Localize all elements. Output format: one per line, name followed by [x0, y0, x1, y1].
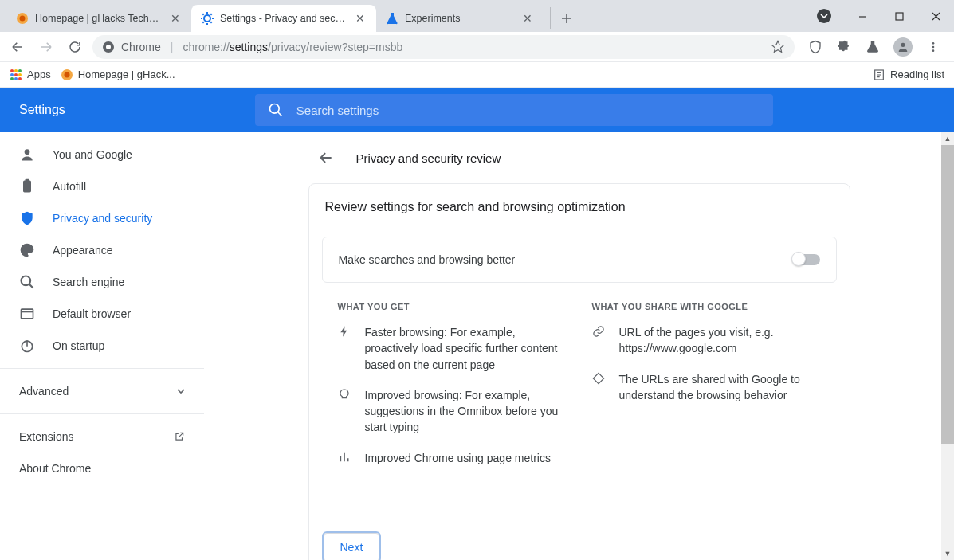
settings-main: Privacy and security review Review setti…: [204, 132, 954, 560]
list-item: The URLs are shared with Google to under…: [592, 371, 821, 404]
svg-rect-3: [896, 13, 903, 20]
maximize-button[interactable]: [881, 4, 917, 28]
sidebar-about[interactable]: About Chrome: [0, 452, 204, 484]
settings-search-box[interactable]: [255, 94, 773, 126]
svg-point-11: [14, 69, 18, 72]
page-back-button[interactable]: [312, 143, 340, 172]
browser-tab-ghacks[interactable]: Homepage | gHacks Technology ✕: [6, 5, 191, 32]
shield-icon: [19, 210, 35, 226]
sidebar-item-autofill[interactable]: Autofill: [0, 170, 204, 202]
profile-avatar[interactable]: [893, 37, 913, 57]
apps-grid-icon: [10, 69, 22, 81]
svg-point-15: [18, 73, 22, 76]
window-icon: [19, 306, 35, 322]
url-text: chrome://settings/privacy/review?step=ms…: [183, 41, 402, 53]
browser-tab-settings[interactable]: Settings - Privacy and security re ✕: [191, 5, 376, 32]
bookmarks-bar: Apps Homepage | gHack... Reading list: [0, 62, 954, 88]
settings-title: Settings: [19, 103, 65, 117]
list-item: Improved browsing: For example, suggesti…: [338, 387, 567, 436]
new-tab-button[interactable]: [550, 7, 572, 29]
close-icon[interactable]: ✕: [354, 12, 367, 25]
forward-button[interactable]: [35, 36, 57, 58]
scroll-thumb[interactable]: [941, 145, 954, 444]
bulb-icon: [338, 387, 354, 436]
search-icon: [19, 274, 35, 290]
window-titlebar: Homepage | gHacks Technology ✕ Settings …: [0, 0, 954, 32]
svg-point-20: [64, 72, 69, 77]
list-item: URL of the pages you visit, e.g. https:/…: [592, 324, 821, 357]
bookmark-item[interactable]: Homepage | gHack...: [61, 69, 175, 81]
svg-point-9: [932, 49, 935, 52]
close-window-button[interactable]: [917, 4, 954, 28]
toggle-switch[interactable]: [793, 254, 820, 265]
extensions-icon[interactable]: [836, 39, 852, 55]
external-link-icon: [174, 431, 185, 442]
svg-rect-25: [26, 179, 29, 182]
chrome-logo-icon: [102, 41, 115, 53]
tab-search-button[interactable]: [817, 9, 831, 23]
svg-point-23: [25, 149, 30, 155]
reading-list-icon: [873, 69, 885, 81]
svg-point-12: [18, 69, 22, 72]
browser-toolbar: Chrome | chrome://settings/privacy/revie…: [0, 32, 954, 62]
apps-label: Apps: [27, 69, 51, 80]
sidebar-item-default-browser[interactable]: Default browser: [0, 298, 204, 330]
sidebar-advanced[interactable]: Advanced: [0, 375, 204, 407]
chevron-down-icon: [177, 387, 185, 395]
flask-icon[interactable]: [865, 39, 881, 55]
reading-list-label: Reading list: [890, 69, 944, 80]
minimize-button[interactable]: [844, 4, 881, 28]
sidebar-item-on-startup[interactable]: On startup: [0, 330, 204, 362]
sidebar-extensions[interactable]: Extensions: [0, 421, 204, 452]
power-icon: [19, 338, 35, 354]
tab-label: Homepage | gHacks Technology: [35, 13, 163, 24]
sidebar-item-you-and-google[interactable]: You and Google: [0, 139, 204, 170]
sidebar-item-search-engine[interactable]: Search engine: [0, 266, 204, 298]
reload-button[interactable]: [64, 36, 86, 58]
browser-tab-experiments[interactable]: Experiments ✕: [376, 5, 544, 32]
toggle-label: Make searches and browsing better: [339, 253, 516, 266]
svg-point-8: [932, 45, 935, 48]
apps-shortcut[interactable]: Apps: [10, 69, 51, 81]
close-icon[interactable]: ✕: [169, 12, 182, 25]
bookmark-star-icon[interactable]: [771, 40, 785, 54]
gear-icon: [201, 12, 214, 25]
svg-point-5: [106, 45, 111, 49]
svg-point-1: [20, 16, 26, 22]
diamond-icon: [592, 371, 608, 404]
flask-icon: [386, 12, 398, 25]
sidebar-item-privacy[interactable]: Privacy and security: [0, 202, 204, 234]
palette-icon: [19, 242, 35, 258]
next-button[interactable]: Next: [324, 533, 380, 560]
svg-point-22: [269, 104, 279, 114]
omnibox-label: Chrome: [121, 41, 161, 53]
sidebar-item-appearance[interactable]: Appearance: [0, 234, 204, 266]
list-item: Improved Chrome using page metrics: [338, 450, 567, 466]
svg-point-26: [22, 276, 31, 286]
reading-list-button[interactable]: Reading list: [873, 69, 944, 81]
search-input[interactable]: [296, 104, 760, 117]
scrollbar[interactable]: ▲ ▼: [941, 132, 954, 560]
clipboard-icon: [19, 178, 35, 194]
svg-point-2: [204, 15, 210, 22]
scroll-down-icon[interactable]: ▼: [941, 547, 954, 560]
card-title: Review settings for search and browsing …: [322, 200, 837, 237]
person-icon: [19, 147, 35, 163]
svg-point-7: [932, 42, 935, 45]
settings-header: Settings: [0, 88, 954, 132]
svg-point-18: [18, 77, 22, 80]
menu-icon[interactable]: [925, 39, 941, 55]
close-icon[interactable]: ✕: [521, 12, 534, 25]
col-heading: WHAT YOU GET: [338, 302, 567, 311]
bolt-icon: [338, 324, 354, 373]
bookmark-label: Homepage | gHack...: [78, 69, 175, 80]
scroll-up-icon[interactable]: ▲: [941, 132, 954, 145]
svg-rect-24: [23, 181, 31, 193]
tab-label: Experiments: [405, 13, 515, 24]
shield-icon[interactable]: [807, 39, 823, 55]
favicon-ghacks: [16, 12, 29, 25]
review-card: Review settings for search and browsing …: [308, 183, 850, 560]
col-heading: WHAT YOU SHARE WITH GOOGLE: [592, 302, 821, 311]
address-bar[interactable]: Chrome | chrome://settings/privacy/revie…: [92, 35, 795, 59]
back-button[interactable]: [6, 36, 29, 58]
